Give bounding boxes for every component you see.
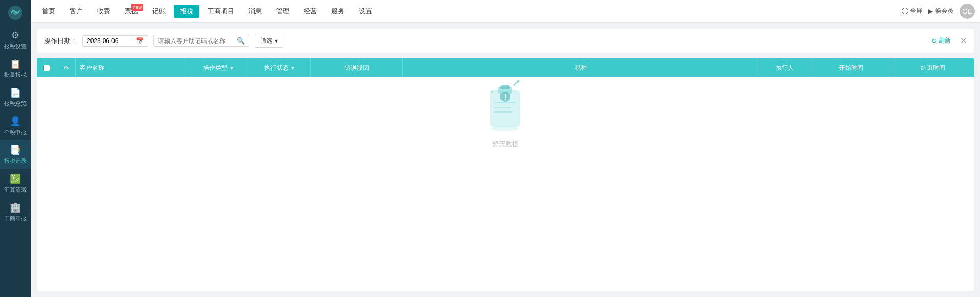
empty-text: 暂无数据 (492, 140, 519, 149)
fullscreen-label: 全屏 (910, 7, 922, 15)
th-error-reason: 错误股因 (311, 58, 403, 77)
th-gear[interactable]: ⚙ (57, 58, 76, 77)
svg-point-14 (491, 126, 519, 131)
nav-label-baoshui: 报税 (180, 7, 193, 15)
search-box: 🔍 (153, 35, 249, 47)
nav-label-shoufei: 收费 (97, 7, 110, 15)
gear-icon: ⚙ (63, 64, 69, 71)
data-table: ⚙ 客户名称 操作类型 ▼ 执行状态 ▼ 错误股因 税种 (37, 58, 974, 291)
fullscreen-button[interactable]: ⛶ 全屏 (902, 7, 922, 15)
search-input[interactable] (158, 37, 235, 45)
svg-rect-6 (494, 107, 511, 108)
th-tax-type-label: 税种 (575, 63, 587, 72)
video-icon: ▶ (928, 8, 933, 15)
svg-rect-7 (494, 111, 513, 113)
avatar-text: CE (962, 7, 972, 15)
sidebar-icon-baoshui-jilu: 📑 (10, 144, 21, 156)
sidebar-label-gongshang-nianbao: 工商年报 (4, 215, 27, 222)
filter-label-text: 筛选 (260, 36, 272, 45)
empty-illustration (483, 77, 529, 134)
nav-item-jingying[interactable]: 经营 (298, 5, 323, 18)
nav-label-shezhi: 设置 (359, 7, 372, 15)
date-field[interactable] (87, 37, 133, 45)
nav-item-fuwu[interactable]: 服务 (325, 5, 351, 18)
sidebar-item-baoshui-jilu[interactable]: 📑报税记录 (0, 140, 31, 169)
th-executor: 执行人 (759, 58, 810, 77)
nav-label-jingying: 经营 (304, 7, 317, 15)
svg-point-10 (504, 99, 506, 101)
table-body: 暂无数据 (37, 77, 974, 291)
th-tax-type: 税种 (403, 58, 759, 77)
date-input[interactable]: 📅 (82, 35, 148, 47)
th-exec-status-label: 执行状态 (264, 63, 289, 72)
sidebar-icon-geshui-shenbao: 👤 (10, 116, 21, 127)
nav-item-shoufei[interactable]: 收费 (91, 5, 117, 18)
sidebar-item-gongshang-nianbao[interactable]: 🏢工商年报 (0, 198, 31, 226)
close-button[interactable]: ✕ (960, 36, 967, 46)
sidebar-item-geshui-shenbao[interactable]: 👤个税申报 (0, 112, 31, 140)
nav-item-xiaoxi[interactable]: 消息 (242, 5, 268, 18)
nav-item-shezhi[interactable]: 设置 (353, 5, 378, 18)
topnav-right: ⛶ 全屏 ▶ 畅会员 CE (902, 4, 975, 19)
svg-point-11 (490, 91, 493, 93)
sidebar-item-piliang-baoshui[interactable]: 📋批量报税 (0, 54, 31, 83)
sidebar-icon-baoshui-shezhi: ⚙ (11, 30, 19, 41)
calendar-icon: 📅 (136, 37, 144, 45)
sidebar-item-baoshui-shezhi[interactable]: ⚙报税设置 (0, 26, 31, 54)
th-exec-status: 执行状态 ▼ (249, 58, 311, 77)
sidebar-label-geshui-shenbao: 个税申报 (4, 129, 27, 136)
op-type-filter-icon[interactable]: ▼ (229, 65, 234, 71)
nav-item-guanli[interactable]: 管理 (270, 5, 295, 18)
member-button[interactable]: ▶ 畅会员 (928, 7, 953, 15)
sidebar-label-huisuan-jiaonap: 汇算清缴 (4, 186, 27, 194)
refresh-icon: ↻ (931, 37, 937, 45)
th-end-time-label: 结束时间 (921, 63, 945, 72)
sidebar: ⚙报税设置📋批量报税📄报税总览👤个税申报📑报税记录💹汇算清缴🏢工商年报 (0, 0, 31, 297)
th-customer-name: 客户名称 (76, 58, 188, 77)
nav-item-piaoju[interactable]: 票据new (119, 5, 144, 18)
sidebar-item-baoshui-zonglam[interactable]: 📄报税总览 (0, 83, 31, 112)
nav-item-gongshang-xiangmu[interactable]: 工商项目 (201, 5, 240, 18)
nav-item-baoshui[interactable]: 报税 (174, 5, 199, 18)
search-icon[interactable]: 🔍 (237, 37, 245, 45)
filter-bar: 操作日期： 📅 🔍 筛选 ▾ ↻ 刷新 ✕ (37, 29, 974, 53)
nav-label-jizhang: 记账 (152, 7, 166, 15)
th-op-type-label: 操作类型 (203, 63, 227, 72)
empty-state: 暂无数据 (37, 77, 974, 149)
main-content: 首页客户收费票据new记账报税工商项目消息管理经营服务设置 ⛶ 全屏 ▶ 畅会员… (31, 0, 980, 297)
th-start-time-label: 开始时间 (839, 63, 863, 72)
sidebar-label-baoshui-jilu: 报税记录 (4, 157, 27, 165)
th-executor-label: 执行人 (776, 63, 794, 72)
sidebar-icon-baoshui-zonglam: 📄 (10, 87, 21, 98)
svg-rect-4 (500, 85, 510, 89)
svg-rect-5 (494, 102, 516, 103)
member-label: 畅会员 (935, 7, 953, 15)
sidebar-item-huisuan-jiaonap[interactable]: 💹汇算清缴 (0, 169, 31, 198)
top-navigation: 首页客户收费票据new记账报税工商项目消息管理经营服务设置 ⛶ 全屏 ▶ 畅会员… (31, 0, 980, 23)
svg-point-1 (13, 11, 17, 15)
table-header: ⚙ 客户名称 操作类型 ▼ 执行状态 ▼ 错误股因 税种 (37, 58, 974, 77)
sidebar-label-baoshui-shezhi: 报税设置 (4, 43, 27, 50)
sidebar-icon-gongshang-nianbao: 🏢 (10, 202, 21, 213)
nav-item-shouye[interactable]: 首页 (36, 5, 61, 18)
fullscreen-icon: ⛶ (902, 8, 908, 15)
exec-status-filter-icon[interactable]: ▼ (290, 65, 295, 71)
avatar[interactable]: CE (960, 4, 975, 19)
sidebar-icon-piliang-baoshui: 📋 (10, 58, 21, 70)
svg-point-13 (517, 80, 519, 83)
nav-label-shouye: 首页 (42, 7, 55, 15)
nav-label-fuwu: 服务 (331, 7, 345, 15)
th-start-time: 开始时间 (810, 58, 892, 77)
nav-item-kehu[interactable]: 客户 (63, 5, 89, 18)
th-customer-name-label: 客户名称 (80, 63, 104, 72)
th-checkbox (37, 58, 57, 77)
badge-piaoju: new (131, 4, 143, 11)
filter-button[interactable]: 筛选 ▾ (255, 34, 283, 48)
svg-rect-9 (505, 94, 506, 98)
nav-label-gongshang-xiangmu: 工商项目 (208, 7, 234, 15)
refresh-button[interactable]: ↻ 刷新 (931, 36, 951, 45)
nav-label-xiaoxi: 消息 (248, 7, 262, 15)
logo (0, 0, 31, 26)
nav-item-jizhang[interactable]: 记账 (146, 5, 172, 18)
select-all-checkbox[interactable] (43, 65, 50, 71)
